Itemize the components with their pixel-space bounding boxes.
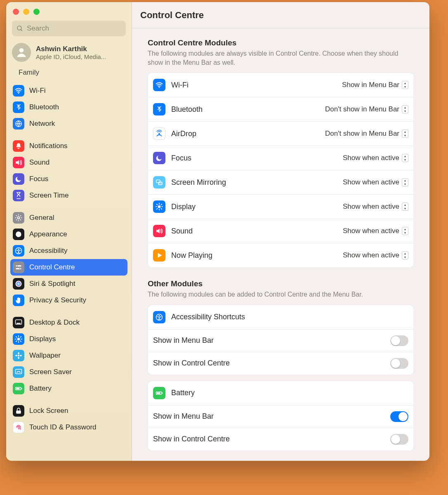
toggle-row: Show in Control Centre	[148, 352, 413, 375]
module-picker-m-airdrop[interactable]: Don't show in Menu Bar▲▼	[325, 130, 408, 138]
bluetooth-icon	[153, 103, 165, 116]
sidebar-item-network[interactable]: Network	[10, 116, 127, 132]
module-picker-m-mirror[interactable]: Show when active▲▼	[343, 178, 408, 186]
sidebar-item-privacy[interactable]: Privacy & Security	[10, 292, 127, 309]
window-controls	[6, 7, 132, 21]
settings-window: Search Ashwin Karthik Apple ID, iCloud, …	[6, 2, 430, 461]
sidebar-item-bluetooth[interactable]: Bluetooth	[10, 99, 127, 116]
sidebar-item-desktop[interactable]: Desktop & Dock	[10, 314, 127, 331]
sidebar-item-label: Privacy & Security	[29, 296, 86, 304]
module-picker-m-nowplaying[interactable]: Show when active▲▼	[343, 251, 408, 259]
search-input[interactable]: Search	[12, 21, 126, 36]
sidebar: Search Ashwin Karthik Apple ID, iCloud, …	[6, 2, 132, 461]
sidebar-item-wallpaper[interactable]: Wallpaper	[10, 347, 127, 364]
module-picker-m-wifi[interactable]: Show in Menu Bar▲▼	[342, 81, 408, 89]
toggle-o-battery-1[interactable]	[390, 434, 408, 445]
sidebar-item-screensaver[interactable]: Screen Saver	[10, 364, 127, 380]
sidebar-item-label: Appearance	[29, 230, 67, 238]
moon-icon	[153, 152, 165, 164]
module-label: Sound	[171, 227, 337, 236]
sidebar-item-displays[interactable]: Displays	[10, 331, 127, 347]
sidebar-item-controlcentre[interactable]: Control Centre	[10, 259, 127, 276]
siri-icon	[13, 278, 24, 290]
sidebar-item-appearance[interactable]: Appearance	[10, 226, 127, 243]
sidebar-item-siri[interactable]: Siri & Spotlight	[10, 276, 127, 292]
sidebar-item-label: General	[29, 214, 54, 222]
speaker-icon	[153, 225, 165, 237]
stepper-icon: ▲▼	[402, 227, 408, 235]
account-row[interactable]: Ashwin Karthik Apple ID, iCloud, Media..…	[6, 41, 132, 66]
other-header-o-access: Accessibility Shortcuts	[148, 305, 413, 330]
battery-icon	[13, 383, 24, 394]
sidebar-item-label: Displays	[29, 335, 56, 343]
sidebar-item-screentime[interactable]: Screen Time	[10, 187, 127, 204]
airdrop-icon	[153, 127, 165, 140]
sidebar-item-label: Wi-Fi	[29, 87, 46, 95]
close-button[interactable]	[13, 9, 19, 15]
toggle-row: Show in Menu Bar	[148, 405, 413, 428]
stepper-icon: ▲▼	[402, 178, 408, 186]
play-icon	[153, 249, 165, 262]
sidebar-item-label: Wallpaper	[29, 351, 61, 360]
module-picker-m-display[interactable]: Show when active▲▼	[343, 203, 408, 211]
stepper-icon: ▲▼	[402, 203, 408, 211]
sidebar-item-general[interactable]: General	[10, 210, 127, 226]
picker-value: Show when active	[343, 227, 399, 235]
main-pane: Control Centre Control Centre Modules Th…	[132, 2, 429, 461]
module-picker-m-sound[interactable]: Show when active▲▼	[343, 227, 408, 235]
fingerprint-icon	[13, 422, 24, 433]
speaker-icon	[13, 157, 24, 168]
sidebar-item-lockscreen[interactable]: Lock Screen	[10, 403, 127, 419]
sidebar-item-label: Screen Saver	[29, 368, 72, 376]
other-card-o-access: Accessibility ShortcutsShow in Menu BarS…	[148, 305, 414, 375]
stepper-icon: ▲▼	[402, 154, 408, 162]
sidebar-item-label: Desktop & Dock	[29, 318, 80, 327]
dock-icon	[13, 317, 24, 328]
sidebar-item-label: Focus	[29, 175, 48, 183]
module-picker-m-focus[interactable]: Show when active▲▼	[343, 154, 408, 162]
sidebar-item-touchid[interactable]: Touch ID & Password	[10, 419, 127, 436]
module-label: Display	[171, 203, 337, 211]
sidebar-item-label: Notifications	[29, 142, 68, 150]
toggle-o-access-1[interactable]	[390, 358, 408, 369]
sidebar-item-accessibility[interactable]: Accessibility	[10, 243, 127, 259]
sidebar-item-wifi[interactable]: Wi-Fi	[10, 82, 127, 99]
module-row-m-focus: FocusShow when active▲▼	[148, 146, 413, 170]
fullscreen-button[interactable]	[33, 9, 40, 15]
toggle-o-battery-0[interactable]	[390, 411, 408, 422]
module-label: AirDrop	[171, 130, 319, 138]
toggle-label: Show in Menu Bar	[153, 336, 384, 345]
toggle-row: Show in Control Centre	[148, 428, 413, 450]
sidebar-item-label: Lock Screen	[29, 407, 68, 415]
wifi-icon	[153, 79, 165, 91]
module-label: Wi-Fi	[171, 81, 336, 90]
module-picker-m-bluetooth[interactable]: Don't show in Menu Bar▲▼	[325, 105, 408, 113]
toggle-o-access-0[interactable]	[390, 335, 408, 346]
sidebar-item-battery[interactable]: Battery	[10, 380, 127, 397]
minimize-button[interactable]	[23, 9, 29, 15]
sidebar-item-notifications[interactable]: Notifications	[10, 138, 127, 154]
sidebar-item-sound[interactable]: Sound	[10, 154, 127, 171]
module-label: Bluetooth	[171, 105, 319, 114]
appearance-icon	[13, 229, 24, 240]
other-section-title: Other Modules	[148, 279, 414, 288]
sidebar-item-label: Touch ID & Password	[29, 423, 97, 431]
picker-value: Don't show in Menu Bar	[325, 130, 399, 138]
gear-icon	[13, 212, 24, 224]
accessibility-icon	[153, 311, 165, 323]
picker-value: Show when active	[343, 154, 399, 162]
modules-card: Wi-FiShow in Menu Bar▲▼BluetoothDon't sh…	[148, 73, 414, 268]
switches-icon	[13, 262, 24, 273]
sidebar-item-label: Screen Time	[29, 191, 68, 200]
sidebar-item-label: Battery	[29, 384, 52, 393]
screensaver-icon	[13, 366, 24, 378]
picker-value: Show when active	[343, 203, 399, 211]
flower-icon	[13, 350, 24, 361]
stepper-icon: ▲▼	[402, 81, 408, 89]
family-row[interactable]: Family	[6, 66, 132, 82]
svg-line-1	[21, 29, 22, 31]
sidebar-item-focus[interactable]: Focus	[10, 171, 127, 187]
module-label: Screen Mirroring	[171, 178, 337, 187]
toggle-label: Show in Control Centre	[153, 359, 384, 368]
module-row-m-bluetooth: BluetoothDon't show in Menu Bar▲▼	[148, 97, 413, 122]
